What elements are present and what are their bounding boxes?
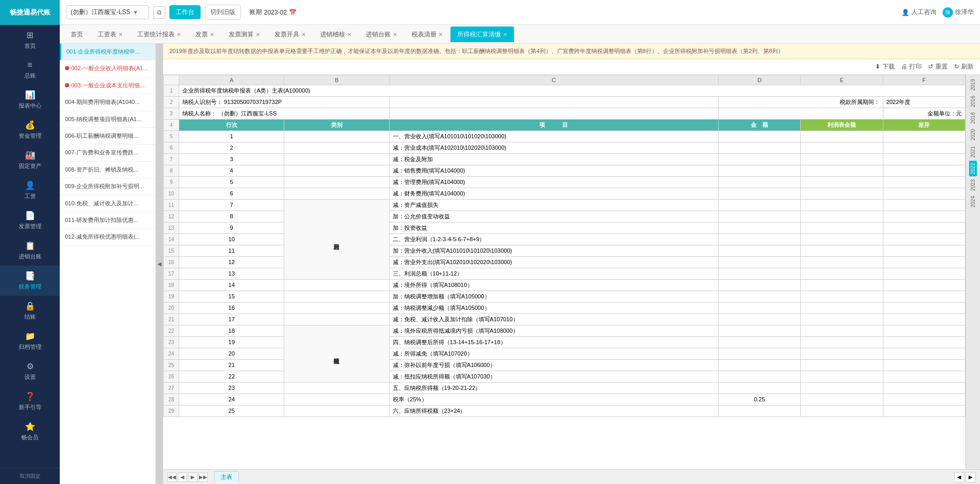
sidebar-item-reports[interactable]: 📊 报表中心 — [0, 85, 60, 115]
tab-payroll-stats[interactable]: 工资统计报表 ✕ — [130, 27, 188, 42]
year-item-2024[interactable]: 2024 — [969, 194, 977, 210]
sheet-next-button[interactable]: ▶▶ — [198, 473, 208, 482]
spreadsheet-wrapper[interactable]: A B C D E F 1 企业所 — [163, 75, 965, 470]
tab-invoice-calc[interactable]: 发票测算 ✕ — [222, 27, 267, 42]
reset-icon: ↺ — [928, 63, 933, 70]
sidebar-item-home[interactable]: ⊞ 首页 — [0, 25, 60, 55]
error-dot — [65, 66, 69, 70]
left-panel-item-009[interactable]: 009-企业所得税附加补亏损明... — [60, 178, 155, 195]
archive-icon: 📁 — [25, 331, 35, 341]
print-button[interactable]: 🖨 打印 — [901, 62, 922, 71]
sheet-prev-button[interactable]: ◀◀ — [167, 473, 177, 482]
tab-invoice-issue[interactable]: 发票开具 ✕ — [268, 27, 312, 42]
table-title-cell: 企业所得税年度纳税申报表（A类）主表(A100000) — [179, 85, 965, 96]
left-panel-item-003[interactable]: 003-一般企业成本支出明细... — [60, 77, 155, 94]
year-item-2016[interactable]: 2016 — [969, 94, 977, 109]
table-row: 14 10 二、营业利润（1-2-3-4-5-6-7+8+9） — [164, 233, 965, 245]
workbench-button[interactable]: 工作台 — [169, 5, 201, 19]
header-quanje: 金 额 — [718, 119, 800, 130]
year-item-2019[interactable]: 2019 — [969, 77, 977, 93]
close-icon[interactable]: ✕ — [118, 32, 123, 37]
warning-bar: 2019年度步及取以前年度结转数据的申报表单元格需要手工维护正确，才能保证本年及… — [163, 44, 980, 59]
left-panel-item-005[interactable]: 005-纳税调整项目明细表(A1... — [60, 111, 155, 128]
left-panel-item-010[interactable]: 010-免税、减计收入及加计... — [60, 195, 155, 212]
panel-toggle[interactable]: ◀ — [156, 44, 163, 484]
tab-sales-audit[interactable]: 进销稽核 ✕ — [313, 27, 358, 42]
sidebar-item-payroll[interactable]: 👤 工资 — [0, 175, 60, 205]
close-icon[interactable]: ✕ — [347, 32, 351, 37]
close-icon[interactable]: ✕ — [393, 32, 397, 37]
ai-assistant[interactable]: 👤 人工咨询 — [902, 8, 936, 17]
sidebar-item-label: 工资 — [24, 192, 36, 200]
calendar-icon[interactable]: 📅 — [289, 9, 297, 16]
left-panel-item-006[interactable]: 006-职工薪酬纳税调整明细... — [60, 128, 155, 145]
year-item-2021[interactable]: 2021 — [969, 144, 977, 160]
topbar: (勿删）江西服宝-LSS ▼ ⧉ 工作台 切到旧版 账期 2023-02 📅 👤… — [60, 0, 980, 25]
reset-button[interactable]: ↺ 重置 — [928, 62, 948, 71]
sidebar-item-assets[interactable]: 🏭 固定资产 — [0, 145, 60, 175]
left-panel-item-011[interactable]: 011-研发费用加计扣除优惠... — [60, 212, 155, 229]
unit-label-cell: 金额单位：元 — [883, 108, 965, 119]
left-panel-item-008[interactable]: 008-资产折旧、摊销及纳税... — [60, 162, 155, 178]
left-panel-item-012[interactable]: 012-减免所得税优惠明细表(... — [60, 229, 155, 245]
taxpayer-id-label-cell: 纳税人识别号： 91320500703719732P — [179, 96, 390, 108]
oldver-button[interactable]: 切到旧版 — [205, 5, 241, 20]
close-icon[interactable]: ✕ — [256, 32, 260, 37]
sidebar-item-sales-ledger[interactable]: 📋 进销台账 — [0, 236, 60, 266]
close-icon[interactable]: ✕ — [503, 32, 507, 37]
download-button[interactable]: ⬇ 下载 — [875, 62, 895, 71]
tab-income-tax[interactable]: 所得税汇算清缴 ✕ — [451, 27, 514, 42]
header-leibie: 类别 — [284, 119, 389, 130]
tab-income-tax-label: 所得税汇算清缴 — [457, 30, 501, 39]
refresh-button[interactable]: ↻ 刷新 — [954, 62, 974, 71]
year-item-2018[interactable]: 2018 — [969, 110, 977, 126]
sidebar-item-close[interactable]: 🔒 结账 — [0, 296, 60, 326]
sidebar-item-guide[interactable]: ❓ 新手引导 — [0, 386, 60, 416]
sheet-back-button[interactable]: ◀ — [178, 473, 187, 482]
sidebar-item-settings[interactable]: ⚙ 设置 — [0, 356, 60, 386]
sidebar-item-archive[interactable]: 📁 归档管理 — [0, 326, 60, 356]
sheet-tab-main[interactable]: 主表 — [214, 471, 239, 483]
close-icon[interactable]: ✕ — [301, 32, 306, 37]
year-item-2022[interactable]: 2022 — [969, 161, 977, 176]
period-value: 2023-02 — [264, 9, 287, 16]
company-selector[interactable]: (勿删）江西服宝-LSS ▼ — [66, 5, 149, 19]
scroll-left-button[interactable]: ◀ — [954, 472, 964, 482]
tab-payroll[interactable]: 工资表 ✕ — [91, 27, 129, 42]
sheet-forward-button[interactable]: ▶ — [188, 473, 197, 482]
left-panel-item-007[interactable]: 007-广告费和业务宣传费跌... — [60, 145, 155, 161]
year-item-2020[interactable]: 2020 — [969, 127, 977, 142]
close-icon[interactable]: ✕ — [177, 32, 181, 37]
left-panel-item-004[interactable]: 004-期间费用明细表(A1040... — [60, 94, 155, 111]
main-area: (勿删）江西服宝-LSS ▼ ⧉ 工作台 切到旧版 账期 2023-02 📅 👤… — [60, 0, 980, 484]
table-row: 2 纳税人识别号： 91320500703719732P 税款所属期间： 202… — [164, 96, 965, 108]
download-icon: ⬇ — [875, 63, 880, 70]
table-row: 16 12 减：营业外支出(填写A102010\102020\103000) — [164, 256, 965, 268]
left-panel-item-002[interactable]: 002-一般企业收入明细表(A1... — [60, 60, 155, 77]
close-icon[interactable]: ✕ — [439, 32, 443, 37]
chevron-down-icon: ▼ — [133, 9, 139, 16]
tax-mgmt-icon: 📑 — [25, 271, 35, 281]
sidebar-item-member[interactable]: ⭐ 畅会员 — [0, 416, 60, 447]
unpin-button[interactable]: 取消固定 — [0, 468, 60, 484]
col-header-c: C — [389, 75, 718, 85]
sidebar-item-invoice-mgmt[interactable]: 📄 发票管理 — [0, 205, 60, 236]
close-icon[interactable]: ✕ — [210, 32, 214, 37]
left-panel-item-001[interactable]: 001-企业所得税年度纳税申... — [60, 44, 155, 60]
sidebar-item-tax-mgmt[interactable]: 📑 税务管理 — [0, 266, 60, 296]
error-dot — [65, 83, 69, 87]
tab-tax-forms[interactable]: 税表清册 ✕ — [405, 27, 449, 42]
tab-invoice[interactable]: 发票 ✕ — [189, 27, 221, 42]
tab-home[interactable]: 首页 — [64, 27, 90, 42]
col-header-e: E — [801, 75, 883, 85]
tab-payroll-label: 工资表 — [98, 30, 116, 39]
sidebar-item-finance[interactable]: 💰 资金管理 — [0, 115, 60, 145]
ledger-icon: ≡ — [28, 60, 32, 70]
settings-icon: ⚙ — [27, 361, 34, 371]
table-header-row: 4 行次 类别 项 目 金 额 利润表金额 差异 — [164, 119, 965, 130]
sidebar-item-ledger[interactable]: ≡ 总账 — [0, 55, 60, 85]
user-info[interactable]: 徐 徐泽华 — [943, 7, 974, 18]
scroll-right-button[interactable]: ▶ — [965, 472, 976, 482]
year-item-2023[interactable]: 2023 — [969, 177, 977, 193]
tab-sales-ledger[interactable]: 进销台账 ✕ — [359, 27, 404, 42]
